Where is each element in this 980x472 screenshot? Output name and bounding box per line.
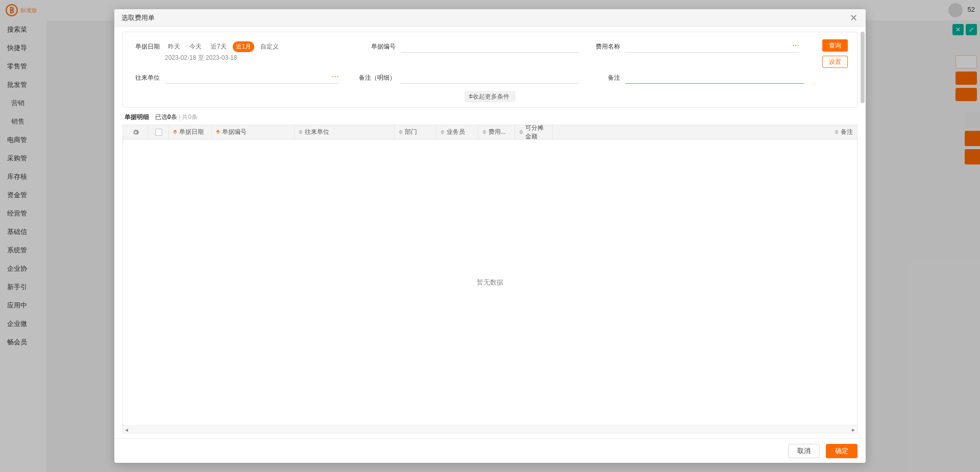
- sort-icon: [173, 128, 177, 136]
- filter-label-fee-name: 费用名称: [583, 40, 625, 51]
- collapse-label: 收起更多条件: [473, 92, 509, 101]
- sort-icon: [440, 128, 445, 136]
- detail-remark-input[interactable]: [401, 72, 579, 84]
- sort-icon: [482, 128, 486, 136]
- modal-footer: 取消 确定: [114, 438, 866, 463]
- col-fee[interactable]: 费用...: [478, 125, 515, 139]
- sort-icon: [299, 128, 303, 136]
- date-range-text: 2023-02-18 至 2023-03-18: [165, 54, 282, 62]
- date-chip-custom[interactable]: 自定义: [257, 41, 282, 52]
- ellipsis-icon[interactable]: ⋯: [332, 73, 339, 81]
- col-doc-no[interactable]: 单据编号: [212, 125, 295, 139]
- cancel-button[interactable]: 取消: [788, 444, 820, 458]
- empty-state: 暂无数据: [123, 139, 857, 426]
- col-staff[interactable]: 业务员: [436, 125, 478, 139]
- col-remark[interactable]: 备注: [553, 125, 857, 139]
- scroll-right-icon[interactable]: ►: [850, 426, 857, 433]
- partner-input[interactable]: [165, 72, 338, 84]
- date-chip-7d[interactable]: 近7天: [208, 41, 230, 52]
- horizontal-scrollbar[interactable]: ◄ ►: [123, 426, 857, 433]
- ellipsis-icon[interactable]: ⋯: [792, 41, 800, 50]
- filter-panel: 查询 设置 单据日期 昨天 今天 近7天 近1月 自定义 2023-02-18: [122, 32, 857, 108]
- col-amount[interactable]: 可分摊金额: [515, 125, 553, 139]
- scroll-left-icon[interactable]: ◄: [123, 426, 130, 433]
- table-header: 单据日期 单据编号 往来单位 部门 业务员: [123, 125, 857, 139]
- settings-button[interactable]: 设置: [822, 56, 848, 68]
- modal-title: 选取费用单: [121, 13, 155, 22]
- sort-icon: [399, 128, 403, 136]
- filter-label-doc-no: 单据编号: [359, 40, 401, 51]
- col-doc-date[interactable]: 单据日期: [169, 125, 212, 139]
- confirm-button[interactable]: 确定: [826, 444, 857, 458]
- modal-body: 查询 设置 单据日期 昨天 今天 近7天 近1月 自定义 2023-02-18: [114, 27, 866, 438]
- col-partner[interactable]: 往来单位: [295, 125, 395, 139]
- data-table: 单据日期 单据编号 往来单位 部门 业务员: [122, 125, 857, 433]
- remark-input[interactable]: [625, 72, 804, 84]
- date-chip-today[interactable]: 今天: [186, 41, 205, 52]
- filter-label-remark: 备注: [583, 72, 625, 82]
- close-icon[interactable]: ✕: [848, 12, 859, 23]
- fee-name-input[interactable]: [625, 40, 799, 53]
- checkbox-icon: [155, 129, 162, 136]
- modal-header: 选取费用单 ✕: [114, 9, 866, 27]
- scrollbar[interactable]: [861, 32, 865, 433]
- filter-label-doc-date: 单据日期: [134, 40, 165, 51]
- date-chip-1m[interactable]: 近1月: [233, 41, 255, 52]
- detail-header: 单据明细 已选0条 | 共0条: [122, 108, 857, 125]
- total-count: 共0条: [182, 113, 198, 121]
- filter-label-partner: 往来单位: [134, 72, 165, 82]
- date-chip-group: 昨天 今天 近7天 近1月 自定义: [165, 40, 282, 53]
- detail-title: 单据明细: [125, 113, 149, 122]
- sort-icon: [216, 128, 220, 136]
- selected-count: 已选0条 | 共0条: [155, 113, 198, 122]
- query-button[interactable]: 查询: [822, 39, 848, 52]
- filter-label-detail-remark: 备注（明细）: [359, 72, 401, 82]
- doc-no-input[interactable]: [401, 40, 579, 53]
- column-settings-button[interactable]: [123, 125, 149, 139]
- date-chip-yesterday[interactable]: 昨天: [165, 41, 183, 52]
- select-all-checkbox[interactable]: [149, 125, 169, 139]
- select-expense-modal: 选取费用单 ✕ 查询 设置 单据日期 昨天 今天 近7天 近1月: [114, 9, 866, 463]
- collapse-filters-button[interactable]: 收起更多条件: [464, 91, 516, 102]
- sort-icon: [519, 128, 523, 136]
- gear-icon: [132, 129, 139, 136]
- col-dept[interactable]: 部门: [395, 125, 436, 139]
- sort-icon: [835, 128, 839, 136]
